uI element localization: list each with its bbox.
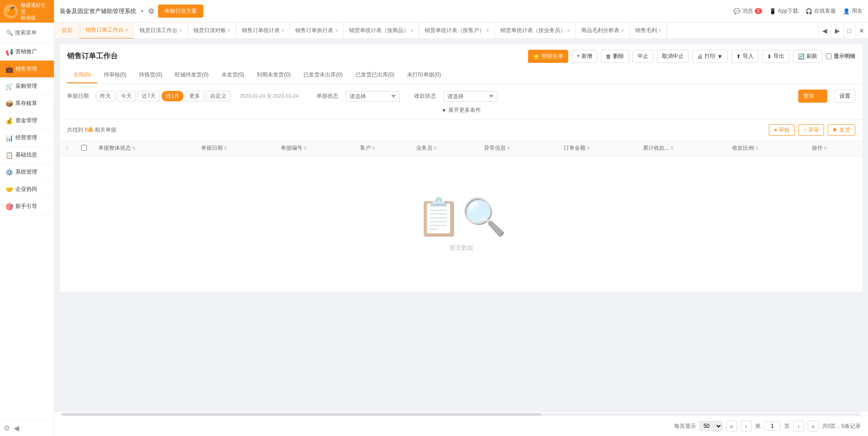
sub-tab-not-shipped[interactable]: 未发货(0) bbox=[215, 67, 251, 83]
tab-close-sales-margin[interactable]: × bbox=[659, 28, 662, 33]
sidebar-item-sales[interactable]: 💼销售管理 bbox=[0, 61, 54, 78]
tab-sales-exec[interactable]: 销售订单执行表× bbox=[290, 23, 344, 39]
sort-number[interactable]: ⇅ bbox=[303, 146, 307, 151]
prev-page-btn[interactable]: ‹ bbox=[741, 421, 752, 431]
tab-sales-by-product[interactable]: 销货单统计表（按商品）× bbox=[344, 23, 419, 39]
sub-tab-pending-review[interactable]: 待审核(0) bbox=[97, 67, 133, 83]
payment-select[interactable]: 请选择 bbox=[443, 91, 498, 102]
expand-conditions-btn[interactable]: ▼ 展开更多条件 bbox=[441, 106, 481, 114]
collapse-btn[interactable]: ◀ bbox=[14, 424, 19, 432]
tabs-maximize-btn[interactable]: □ bbox=[844, 23, 855, 39]
add-btn[interactable]: + 新增 bbox=[572, 50, 597, 63]
date-btn-today[interactable]: 今天 bbox=[117, 91, 136, 101]
export-btn[interactable]: ⬇ 导出 bbox=[762, 50, 789, 63]
solution-btn[interactable]: 体验行业方案 bbox=[158, 5, 203, 18]
sort-operation[interactable]: ⇅ bbox=[824, 146, 827, 151]
col-header-number[interactable]: 单据编号⇅ bbox=[275, 141, 355, 156]
tab-sales-by-staff[interactable]: 销货单统计表（按业务员）× bbox=[495, 23, 576, 39]
table-action-审核[interactable]: ● 审核 bbox=[769, 124, 795, 136]
search-menu-btn[interactable]: 🔍 搜索菜单 bbox=[4, 26, 50, 39]
topbar-settings-btn[interactable]: ⚙ bbox=[148, 7, 154, 15]
tab-close-sales-stats[interactable]: × bbox=[282, 28, 284, 33]
print-btn[interactable]: 🖨 打印 ▼ bbox=[692, 50, 728, 63]
settings-bottom-btn[interactable]: ⚙ bbox=[4, 424, 10, 432]
first-page-btn[interactable]: « bbox=[726, 421, 737, 431]
page-input[interactable] bbox=[764, 422, 781, 431]
date-btn-last7[interactable]: 近7天 bbox=[138, 91, 160, 101]
stop-btn[interactable]: 中止 bbox=[633, 50, 653, 63]
sidebar-item-guide[interactable]: 🎯新手引导 bbox=[0, 198, 54, 215]
tab-close-sales-exec[interactable]: × bbox=[335, 28, 338, 33]
sub-tab-overdue-not-shipped[interactable]: 到期未发货(0) bbox=[250, 67, 297, 83]
sort-ratio[interactable]: ⇅ bbox=[755, 146, 758, 151]
col-header-collected[interactable]: 累计收款...⇅ bbox=[638, 141, 727, 156]
table-action-弃审[interactable]: ○ 弃审 bbox=[798, 124, 824, 136]
query-btn[interactable]: 查询 bbox=[798, 90, 827, 103]
user-menu-btn[interactable]: 👤 用友 bbox=[843, 7, 863, 15]
date-btn-custom[interactable]: 自定义 bbox=[206, 91, 230, 101]
tab-close-cash-reconcile[interactable]: × bbox=[228, 28, 230, 33]
col-header-operation[interactable]: 操作⇅ bbox=[806, 141, 863, 156]
col-header-status[interactable]: 单据整体状态⇅ bbox=[93, 141, 196, 156]
tab-sales-stats[interactable]: 销售订单统计表× bbox=[236, 23, 290, 39]
page-size-select[interactable]: 2050100200 bbox=[700, 421, 723, 431]
date-btn-yesterday[interactable]: 昨天 bbox=[96, 91, 115, 101]
tab-sales-workbench[interactable]: 销售订单工作台× bbox=[80, 23, 134, 39]
tab-cash-daily[interactable]: 钱货日清工作台× bbox=[134, 23, 188, 39]
sub-tab-pending-pickup[interactable]: 待拣货(0) bbox=[133, 67, 168, 83]
sidebar-item-marketing[interactable]: 📢营销推广 bbox=[0, 43, 54, 61]
filter-settings-btn[interactable]: 设置 bbox=[834, 90, 855, 103]
tab-sales-by-customer[interactable]: 销货单统计表（按客户）× bbox=[419, 23, 495, 39]
sub-tab-wangpu-pending[interactable]: 旺铺待发货(0) bbox=[168, 67, 215, 83]
sidebar-item-inventory[interactable]: 📦库存核算 bbox=[0, 95, 54, 112]
sort-customer[interactable]: ⇅ bbox=[372, 146, 375, 151]
show-detail-checkbox[interactable] bbox=[826, 53, 832, 59]
tab-home[interactable]: 首页 bbox=[54, 23, 80, 39]
col-header-staff[interactable]: 业务员⇅ bbox=[411, 141, 479, 156]
sub-tab-not-printed[interactable]: 未打印单据(0) bbox=[401, 67, 447, 83]
refresh-btn[interactable]: 🔄 刷新 bbox=[793, 50, 822, 63]
tab-close-product-margin[interactable]: × bbox=[621, 28, 624, 33]
sidebar-item-system[interactable]: ⚙️系统管理 bbox=[0, 164, 54, 181]
sort-date[interactable]: ⇅ bbox=[224, 146, 227, 151]
tabs-next-btn[interactable]: ▶ bbox=[831, 23, 844, 39]
import-btn[interactable]: ⬆ 导入 bbox=[731, 50, 758, 63]
sidebar-item-finance[interactable]: 💰资金管理 bbox=[0, 112, 54, 129]
tab-close-cash-daily[interactable]: × bbox=[179, 28, 182, 33]
tabs-prev-btn[interactable]: ◀ bbox=[818, 23, 831, 39]
tab-product-margin[interactable]: 商品毛利分析表× bbox=[576, 23, 630, 39]
col-header-amount[interactable]: 订单金额⇅ bbox=[558, 141, 638, 156]
smart-create-btn[interactable]: ⭐ 智能生单 bbox=[528, 50, 568, 63]
sidebar-item-basic[interactable]: 📋基础信息 bbox=[0, 147, 54, 164]
horizontal-scrollbar[interactable] bbox=[54, 412, 868, 416]
col-header-date[interactable]: 单据日期⇅ bbox=[196, 141, 275, 156]
online-service-btn[interactable]: 🎧 在线客服 bbox=[806, 7, 836, 15]
sub-tab-shipped-out[interactable]: 已发货已出库(0) bbox=[349, 67, 401, 83]
delete-btn[interactable]: 🗑 删除 bbox=[601, 50, 629, 63]
sort-abnormal[interactable]: ⇅ bbox=[507, 146, 510, 151]
cancel-stop-btn[interactable]: 取消中止 bbox=[657, 50, 689, 63]
scrollbar-thumb[interactable] bbox=[62, 413, 541, 416]
sidebar-item-enterprise[interactable]: 🤝企业协同 bbox=[0, 181, 54, 198]
tab-sales-margin[interactable]: 销售毛利× bbox=[630, 23, 667, 39]
date-btn-more[interactable]: 更多 bbox=[185, 91, 204, 101]
show-detail-label[interactable]: 显示明细 bbox=[826, 52, 855, 60]
sort-status[interactable]: ⇅ bbox=[132, 146, 135, 151]
tab-close-sales-by-product[interactable]: × bbox=[411, 28, 413, 33]
sort-collected[interactable]: ⇅ bbox=[670, 146, 674, 151]
col-header-ratio[interactable]: 收款比例⇅ bbox=[727, 141, 806, 156]
sidebar-item-purchase[interactable]: 🛒采购管理 bbox=[0, 78, 54, 95]
sort-staff[interactable]: ⇅ bbox=[433, 146, 437, 151]
col-header-customer[interactable]: 客户⇅ bbox=[355, 141, 411, 156]
last-page-btn[interactable]: » bbox=[808, 421, 819, 431]
table-action-发货[interactable]: ▶ 发货 bbox=[828, 124, 855, 136]
date-btn-last1m[interactable]: 近1月 bbox=[162, 91, 184, 101]
next-page-btn[interactable]: › bbox=[793, 421, 804, 431]
tab-close-sales-by-staff[interactable]: × bbox=[567, 28, 570, 33]
sidebar-item-operation[interactable]: 📊经营管理 bbox=[0, 129, 54, 147]
select-all-checkbox[interactable] bbox=[81, 145, 87, 151]
tab-cash-reconcile[interactable]: 钱货日清对账× bbox=[188, 23, 236, 39]
sort-amount[interactable]: ⇅ bbox=[586, 146, 590, 151]
tabs-close-btn[interactable]: ✕ bbox=[855, 23, 868, 39]
col-header-abnormal[interactable]: 异常信息⇅ bbox=[479, 141, 558, 156]
